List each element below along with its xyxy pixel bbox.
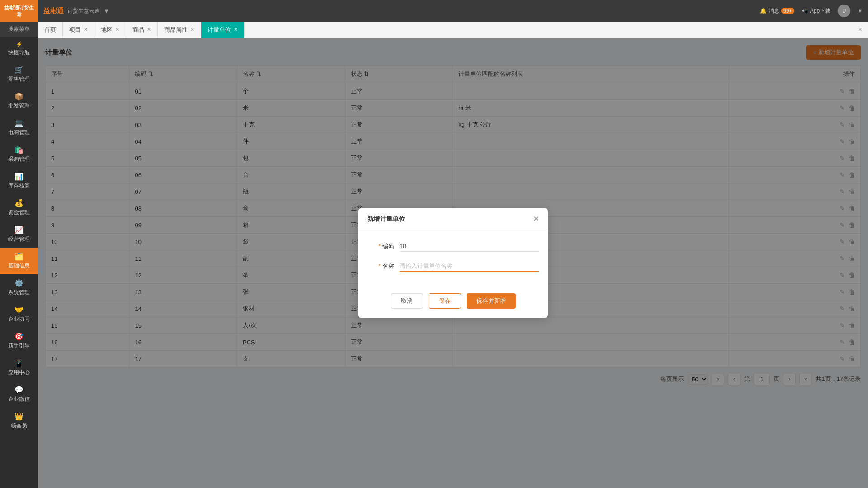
sidebar-item-inventory[interactable]: 📊 库存核算: [0, 168, 38, 194]
modal-overlay: 新增计量单位 ✕ * 编码 * 名称: [38, 38, 868, 488]
tab-unit[interactable]: 计量单位 ✕: [201, 22, 245, 38]
content-area: 计量单位 + 新增计量单位 序号 编码 ⇅ 名称 ⇅ 状态 ⇅: [38, 38, 868, 488]
tab-project-label: 项目: [69, 26, 81, 34]
code-input[interactable]: [400, 241, 539, 252]
member-label: 畅会员: [11, 422, 27, 430]
notification-label: 消息: [769, 7, 779, 15]
tab-region-label: 地区: [101, 26, 113, 34]
user-avatar[interactable]: U: [838, 5, 850, 17]
sidebar-item-member[interactable]: 👑 畅会员: [0, 408, 38, 434]
tab-project-close[interactable]: ✕: [84, 27, 88, 33]
name-input[interactable]: [400, 261, 539, 272]
name-row: * 名称: [367, 261, 539, 272]
retail-icon: 🛒: [14, 66, 24, 74]
tab-product-label: 商品: [132, 26, 144, 34]
add-unit-modal: 新增计量单位 ✕ * 编码 * 名称: [358, 208, 548, 318]
code-row: * 编码: [367, 241, 539, 252]
name-label: * 名称: [367, 262, 394, 270]
inventory-icon: 📊: [14, 172, 24, 181]
appcenter-label: 应用中心: [8, 369, 30, 376]
tab-unit-label: 计量单位: [208, 26, 231, 34]
enterprise-label: 企业微信: [8, 395, 30, 403]
tab-project[interactable]: 项目 ✕: [63, 22, 94, 38]
expand-icon[interactable]: ▼: [104, 8, 109, 14]
topbar-right: 🔔 消息 99+ 📲 App下载 U ▼: [760, 5, 863, 17]
search-label: 搜索菜单: [8, 26, 30, 32]
quick-nav-label: 快捷导航: [8, 49, 30, 56]
code-label: * 编码: [367, 242, 394, 250]
topbar: 益彬通 订货生意云速 ▼ 🔔 消息 99+ 📲 App下载 U ▼: [38, 0, 868, 22]
sidebar-item-wholesale[interactable]: 📦 批发管理: [0, 88, 38, 114]
tab-unit-close[interactable]: ✕: [234, 27, 238, 33]
appcenter-icon: 📱: [14, 359, 24, 367]
sidebar-item-operations[interactable]: 📈 经营管理: [0, 221, 38, 248]
modal-body: * 编码 * 名称: [358, 230, 548, 288]
modal-footer: 取消 保存 保存并新增: [358, 288, 548, 318]
sidebar-item-enterprise[interactable]: 💬 企业微信: [0, 381, 38, 408]
bell-icon: 🔔: [760, 8, 767, 14]
base-label: 基础信息: [8, 262, 30, 270]
operations-icon: 📈: [14, 225, 24, 234]
download-icon: 📲: [802, 8, 808, 14]
quick-nav-icon: ⚡: [16, 41, 23, 47]
sidebar-item-partner[interactable]: 🤝 企业协同: [0, 301, 38, 328]
code-required: *: [378, 243, 381, 249]
cancel-button[interactable]: 取消: [391, 293, 423, 309]
tab-home[interactable]: 首页: [38, 22, 63, 38]
guide-label: 新手引导: [8, 342, 30, 350]
brand-sub: 订货生意云速: [67, 7, 100, 15]
purchase-label: 采购管理: [8, 155, 30, 163]
purchase-icon: 🛍️: [14, 145, 24, 154]
sidebar-item-ecommerce[interactable]: 💻 电商管理: [0, 114, 38, 141]
partner-icon: 🤝: [14, 305, 24, 314]
tab-attributes[interactable]: 商品属性 ✕: [158, 22, 201, 38]
ecommerce-label: 电商管理: [8, 129, 30, 136]
wholesale-icon: 📦: [14, 92, 24, 101]
save-button[interactable]: 保存: [429, 293, 461, 309]
app-download-area[interactable]: 📲 App下载: [802, 7, 830, 15]
sidebar-item-finance[interactable]: 💰 资金管理: [0, 194, 38, 221]
system-icon: ⚙️: [14, 279, 24, 287]
operations-label: 经营管理: [8, 235, 30, 243]
tabbar: 首页 项目 ✕ 地区 ✕ 商品 ✕ 商品属性 ✕ 计量单位 ✕ ✕: [38, 22, 868, 38]
notification-badge: 99+: [781, 8, 794, 14]
main-area: 益彬通 订货生意云速 ▼ 🔔 消息 99+ 📲 App下载 U ▼ 首页 项: [38, 0, 868, 488]
modal-close-button[interactable]: ✕: [533, 215, 539, 223]
wholesale-label: 批发管理: [8, 102, 30, 110]
enterprise-icon: 💬: [14, 385, 24, 394]
topbar-left: 益彬通 订货生意云速 ▼: [43, 7, 109, 15]
sidebar-quick-nav[interactable]: ⚡ 快捷导航: [0, 37, 38, 61]
tab-product[interactable]: 商品 ✕: [126, 22, 158, 38]
sidebar-item-guide[interactable]: 🎯 新手引导: [0, 328, 38, 354]
tab-attributes-close[interactable]: ✕: [190, 27, 194, 33]
tab-attributes-label: 商品属性: [164, 26, 188, 34]
sidebar-item-system[interactable]: ⚙️ 系统管理: [0, 274, 38, 301]
inventory-label: 库存核算: [8, 182, 30, 190]
app-download-label: App下载: [810, 7, 830, 15]
retail-label: 零售管理: [8, 75, 30, 83]
sidebar-item-base[interactable]: 🗂️ 基础信息: [0, 248, 38, 274]
app-logo: 益彬通订货生意: [0, 0, 38, 22]
user-chevron[interactable]: ▼: [858, 8, 863, 14]
tab-region[interactable]: 地区 ✕: [94, 22, 126, 38]
base-icon: 🗂️: [14, 252, 24, 261]
notification-area[interactable]: 🔔 消息 99+: [760, 7, 794, 15]
system-label: 系统管理: [8, 289, 30, 296]
avatar-initials: U: [842, 8, 846, 14]
brand-name: 益彬通: [43, 7, 64, 15]
member-icon: 👑: [14, 412, 24, 421]
ecommerce-icon: 💻: [14, 119, 24, 127]
tab-region-close[interactable]: ✕: [115, 27, 119, 33]
sidebar-search[interactable]: 搜索菜单: [0, 22, 38, 37]
sidebar-item-retail[interactable]: 🛒 零售管理: [0, 61, 38, 88]
modal-header: 新增计量单位 ✕: [358, 208, 548, 230]
guide-icon: 🎯: [14, 332, 24, 341]
logo-text: 益彬通订货生意: [4, 5, 34, 18]
sidebar: 益彬通订货生意 搜索菜单 ⚡ 快捷导航 🛒 零售管理 📦 批发管理 💻 电商管理…: [0, 0, 38, 488]
tab-product-close[interactable]: ✕: [147, 27, 151, 33]
close-all-tabs[interactable]: ✕: [852, 26, 868, 33]
sidebar-item-appcenter[interactable]: 📱 应用中心: [0, 354, 38, 381]
save-add-button[interactable]: 保存并新增: [467, 293, 516, 309]
sidebar-item-purchase[interactable]: 🛍️ 采购管理: [0, 141, 38, 168]
name-required: *: [378, 263, 381, 269]
